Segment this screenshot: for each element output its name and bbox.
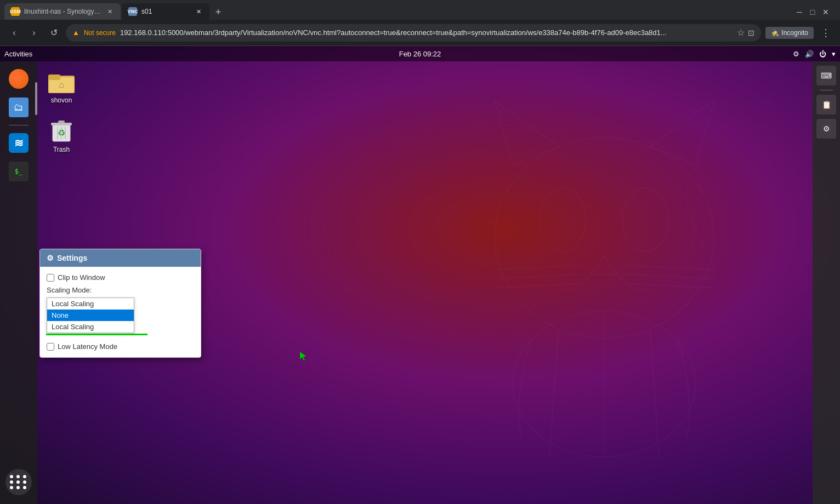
novnc-sidebar: ⌨ 📋 ⚙ [813, 61, 840, 504]
svg-marker-2 [650, 101, 714, 165]
panel-right-icons: ⚙ 🔊 ⏻ ▾ [793, 50, 836, 58]
svg-text:⌂: ⌂ [59, 80, 64, 89]
apps-dot [10, 475, 13, 478]
novnc-settings-button[interactable]: ⚙ [816, 119, 836, 139]
new-tab-button[interactable]: + [211, 4, 226, 20]
trash-icon: ♻ [48, 117, 75, 144]
url-text: 192.168.0.110:5000/webman/3rdparty/Virtu… [120, 28, 733, 37]
address-bar: ‹ › ↺ ▲ Not secure 192.168.0.110:5000/we… [0, 20, 840, 46]
sidebar-scrollbar [35, 82, 37, 115]
settings-title: Settings [57, 254, 87, 262]
shovon-label: shovon [51, 96, 72, 104]
settings-header: ⚙ Settings [40, 249, 201, 267]
tab1-label: linuxhint-nas - Synology NAS [24, 8, 101, 15]
dock-item-files[interactable]: 🗂 [5, 94, 32, 121]
panel-power-icon[interactable]: ⏻ [819, 50, 826, 58]
files-icon: 🗂 [9, 98, 29, 117]
tab-bar: DSM linuxhint-nas - Synology NAS ✕ VNC s… [0, 0, 840, 20]
panel-volume-icon[interactable]: 🔊 [805, 50, 814, 58]
clip-to-window-label: Clip to Window [58, 273, 105, 282]
svg-rect-23 [58, 121, 65, 123]
apps-dot [10, 480, 13, 484]
profile-icon: ⊡ [748, 28, 754, 37]
profile-button[interactable]: 🕵 Incognito [765, 27, 814, 39]
tab2-close[interactable]: ✕ [194, 7, 203, 16]
desktop-icons: ⌂ shovon ♻ [42, 66, 81, 156]
tab-synology[interactable]: DSM linuxhint-nas - Synology NAS ✕ [4, 3, 121, 20]
panel-datetime: Feb 26 09:22 [399, 50, 441, 58]
svg-line-14 [650, 329, 659, 457]
panel-dropdown-icon[interactable]: ▾ [832, 50, 836, 58]
activities-button[interactable]: Activities [4, 50, 32, 58]
trash-label: Trash [53, 146, 70, 153]
green-underline-decoration [46, 334, 147, 335]
svg-line-9 [627, 265, 714, 270]
svg-rect-19 [48, 75, 60, 80]
scaling-option-none[interactable]: None [47, 310, 134, 321]
novnc-divider [820, 90, 833, 90]
desktop: Activities Feb 26 09:22 ⚙ 🔊 ⏻ ▾ 🗂 ≋ [0, 46, 840, 504]
svg-point-0 [495, 138, 714, 339]
terminal-icon: $_ [9, 162, 29, 181]
novnc-clipboard-button[interactable]: 📋 [816, 95, 836, 114]
low-latency-label: Low Latency Mode [58, 342, 117, 351]
maximize-button[interactable]: □ [807, 7, 818, 18]
scaling-option-local-scaling-bottom[interactable]: Local Scaling [47, 321, 134, 333]
low-latency-checkbox[interactable] [47, 343, 54, 351]
svg-line-6 [495, 265, 581, 270]
dock-item-terminal[interactable]: $_ [5, 158, 32, 185]
apps-grid-icon [10, 475, 27, 489]
scaling-dropdown-open: Local Scaling None Local Scaling [47, 297, 134, 333]
desktop-icon-shovon[interactable]: ⌂ shovon [42, 66, 81, 106]
browser-frame: DSM linuxhint-nas - Synology NAS ✕ VNC s… [0, 0, 840, 504]
mouse-cursor [299, 351, 310, 362]
settings-popup: ⚙ Settings Clip to Window Scaling Mode: … [39, 249, 201, 358]
apps-dot [10, 486, 13, 489]
settings-body: Clip to Window Scaling Mode: Local Scali… [40, 267, 201, 357]
svg-marker-28 [300, 352, 307, 360]
svg-line-10 [627, 274, 714, 279]
show-apps-button[interactable] [5, 469, 32, 495]
novnc-keyboard-button[interactable]: ⌨ [816, 66, 836, 85]
svg-line-7 [495, 274, 581, 279]
svg-point-4 [622, 187, 668, 251]
apps-dot [23, 486, 26, 489]
svg-marker-1 [495, 101, 559, 165]
desktop-icon-trash[interactable]: ♻ Trash [42, 115, 81, 156]
ubuntu-dock: 🗂 ≋ $_ [0, 61, 37, 504]
apps-dot [23, 475, 26, 478]
panel-settings-icon[interactable]: ⚙ [793, 50, 799, 58]
tab-s01[interactable]: VNC s01 ✕ [122, 3, 209, 20]
dock-item-firefox[interactable] [5, 66, 32, 92]
tab2-label: s01 [141, 8, 152, 15]
tab1-favicon: DSM [11, 7, 20, 16]
scaling-dropdown-container: Local Scaling None Remote Scaling Local … [47, 297, 194, 312]
back-button[interactable]: ‹ [7, 25, 22, 41]
clip-to-window-row: Clip to Window [47, 273, 194, 282]
low-latency-row: Low Latency Mode [47, 342, 194, 351]
dock-item-vscode[interactable]: ≋ [5, 130, 32, 156]
star-icon[interactable]: ☆ [737, 27, 745, 38]
apps-dot [16, 486, 20, 489]
scaling-mode-label: Scaling Mode: [47, 286, 194, 294]
svg-line-13 [549, 329, 559, 457]
apps-dot [16, 480, 20, 484]
close-button[interactable]: ✕ [820, 7, 831, 18]
apps-dot [23, 480, 26, 484]
more-options-button[interactable]: ⋮ [818, 25, 833, 41]
vscode-icon: ≋ [9, 133, 29, 153]
not-secure-label: Not secure [84, 29, 116, 37]
url-icons: ☆ ⊡ [737, 27, 754, 38]
apps-dot [16, 475, 20, 478]
tab1-close[interactable]: ✕ [105, 7, 114, 16]
dock-separator [9, 125, 29, 125]
profile-label: Incognito [781, 29, 808, 37]
minimize-button[interactable]: ─ [794, 7, 805, 18]
forward-button[interactable]: › [26, 25, 42, 41]
reload-button[interactable]: ↺ [46, 25, 61, 41]
firefox-icon [9, 69, 29, 89]
clip-to-window-checkbox[interactable] [47, 274, 54, 282]
security-warning-icon: ▲ [72, 28, 80, 37]
url-bar[interactable]: ▲ Not secure 192.168.0.110:5000/webman/3… [66, 24, 761, 42]
scaling-option-local-scaling-top[interactable]: Local Scaling [47, 298, 134, 310]
